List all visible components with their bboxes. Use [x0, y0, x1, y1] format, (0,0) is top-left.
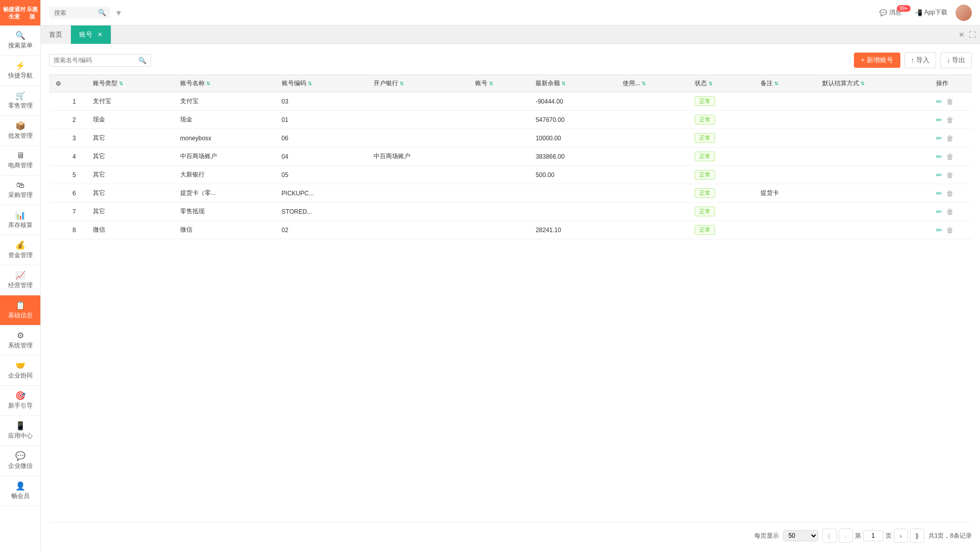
export-button[interactable]: ↓ 导出 — [940, 52, 972, 68]
prev-page-button[interactable]: ‹ — [839, 529, 853, 543]
sidebar-item-quick-nav[interactable]: ⚡ 快捷导航 — [0, 56, 40, 86]
tab-account-close[interactable]: ✕ — [97, 31, 103, 38]
row-latest-balance: 500.00 — [530, 166, 618, 184]
sidebar-item-purchase-mgmt[interactable]: 🛍 采购管理 — [0, 176, 40, 205]
row-open-bank — [369, 203, 470, 221]
edit-icon[interactable]: ✏ — [936, 171, 942, 179]
message-button[interactable]: 💬 消息 99+ — [879, 8, 906, 17]
sidebar-item-new-guide[interactable]: 🎯 新手引导 — [0, 386, 40, 416]
message-badge: 99+ — [897, 5, 911, 12]
col-account-name[interactable]: 账号名称⇅ — [175, 75, 277, 92]
row-account-code: 01 — [277, 111, 369, 129]
col-open-bank[interactable]: 开户银行⇅ — [369, 75, 470, 92]
edit-icon[interactable]: ✏ — [936, 116, 942, 124]
row-status: 正常 — [690, 184, 756, 203]
page-label: 第 — [855, 532, 861, 540]
account-search-input[interactable] — [54, 57, 135, 64]
delete-icon[interactable]: 🗑 — [946, 208, 953, 216]
row-num: 7 — [67, 203, 88, 221]
col-settings[interactable]: ⚙ — [49, 75, 67, 92]
delete-icon[interactable]: 🗑 — [946, 116, 953, 124]
per-page-select[interactable]: 50 20 100 — [783, 530, 818, 541]
page-input[interactable] — [863, 530, 884, 541]
sidebar: 畅捷通对生意 乐惠版 🔍 搜索菜单 ⚡ 快捷导航 🛒 零售管理 📦 批发管理 🖥… — [0, 0, 41, 551]
delete-icon[interactable]: 🗑 — [946, 226, 953, 234]
ecommerce-icon: 🖥 — [16, 151, 24, 160]
topbar-search-box[interactable]: 🔍 — [49, 7, 110, 18]
row-status: 正常 — [690, 147, 756, 166]
sidebar-item-inventory-calc[interactable]: 📊 库存核算 — [0, 205, 40, 235]
account-table: ⚙ 账号类型⇅ 账号名称⇅ 账号编码⇅ 开户银行⇅ — [49, 74, 972, 239]
row-remark — [755, 129, 817, 147]
row-default-settlement — [817, 184, 931, 203]
new-account-button[interactable]: + 新增账号 — [854, 53, 900, 68]
row-account-code: 05 — [277, 166, 369, 184]
inventory-icon: 📊 — [15, 210, 26, 220]
row-settings — [49, 184, 67, 203]
col-account-no[interactable]: 账号⇅ — [470, 75, 531, 92]
table-row: 2 现金 现金 01 547670.00 正常 ✏ 🗑 — [49, 111, 972, 129]
edit-icon[interactable]: ✏ — [936, 189, 942, 197]
edit-icon[interactable]: ✏ — [936, 208, 942, 216]
row-account-type: 其它 — [88, 184, 175, 203]
sidebar-item-app-center[interactable]: 📱 应用中心 — [0, 416, 40, 446]
edit-icon[interactable]: ✏ — [936, 226, 942, 234]
row-account-code: 03 — [277, 92, 369, 111]
quick-nav-icon: ⚡ — [15, 61, 26, 70]
sidebar-item-capital-mgmt[interactable]: 💰 资金管理 — [0, 235, 40, 265]
col-status[interactable]: 状态⇅ — [690, 75, 756, 92]
edit-icon[interactable]: ✏ — [936, 153, 942, 161]
topbar-search-input[interactable] — [54, 9, 95, 16]
row-default-settlement — [817, 92, 931, 111]
last-page-button[interactable]: ⟫ — [910, 529, 924, 543]
col-account-type[interactable]: 账号类型⇅ — [88, 75, 175, 92]
edit-icon[interactable]: ✏ — [936, 97, 942, 106]
sidebar-item-wholesale-mgmt[interactable]: 📦 批发管理 — [0, 116, 40, 146]
delete-icon[interactable]: 🗑 — [946, 153, 953, 161]
col-latest-balance[interactable]: 最新余额⇅ — [530, 75, 618, 92]
row-use-status — [618, 166, 690, 184]
tab-close-icon[interactable]: ✕ — [959, 31, 965, 39]
sidebar-item-basic-info[interactable]: 📋 基础信息 — [0, 295, 40, 325]
first-page-button[interactable]: ⟪ — [822, 529, 837, 543]
sidebar-item-ecommerce-mgmt[interactable]: 🖥 电商管理 — [0, 146, 40, 176]
account-search-box[interactable]: 🔍 — [49, 54, 151, 67]
delete-icon[interactable]: 🗑 — [946, 134, 953, 142]
app-download-button[interactable]: 📲 App下载 — [915, 8, 947, 17]
row-default-settlement — [817, 129, 931, 147]
user-avatar[interactable] — [955, 5, 972, 21]
sidebar-item-retail-mgmt[interactable]: 🛒 零售管理 — [0, 86, 40, 116]
tab-home[interactable]: 首页 — [41, 26, 71, 44]
sidebar-item-search-menu[interactable]: 🔍 搜索菜单 — [0, 26, 40, 56]
tabbar-actions: ✕ ⛶ — [959, 31, 980, 39]
delete-icon[interactable]: 🗑 — [946, 171, 953, 179]
edit-icon[interactable]: ✏ — [936, 134, 942, 142]
tab-maximize-icon[interactable]: ⛶ — [969, 31, 976, 39]
delete-icon[interactable]: 🗑 — [946, 189, 953, 197]
guide-icon: 🎯 — [15, 391, 26, 400]
row-latest-balance: 547670.00 — [530, 111, 618, 129]
sidebar-item-business-mgmt[interactable]: 📈 经营管理 — [0, 265, 40, 295]
account-search-icon: 🔍 — [138, 57, 146, 64]
sidebar-item-system-mgmt[interactable]: ⚙ 系统管理 — [0, 325, 40, 356]
sidebar-item-enterprise-wechat[interactable]: 💬 企业微信 — [0, 446, 40, 476]
next-page-button[interactable]: › — [894, 529, 908, 543]
tab-account[interactable]: 账号 ✕ — [71, 26, 111, 44]
col-account-code[interactable]: 账号编码⇅ — [277, 75, 369, 92]
delete-icon[interactable]: 🗑 — [946, 97, 953, 106]
col-use-status[interactable]: 使用...⇅ — [618, 75, 690, 92]
sidebar-item-enterprise-agreement[interactable]: 🤝 企业协同 — [0, 356, 40, 386]
col-remark[interactable]: 备注⇅ — [755, 75, 817, 92]
row-remark: 提货卡 — [755, 184, 817, 203]
row-account-type: 支付宝 — [88, 92, 175, 111]
row-account-no — [470, 92, 531, 111]
sidebar-item-member[interactable]: 👤 畅会员 — [0, 476, 40, 506]
import-button[interactable]: ↑ 导入 — [904, 52, 936, 68]
col-default-settlement[interactable]: 默认结算方式⇅ — [817, 75, 931, 92]
app-icon: 📱 — [15, 421, 26, 431]
row-account-no — [470, 129, 531, 147]
row-account-code: PICKUPC... — [277, 184, 369, 203]
row-status: 正常 — [690, 111, 756, 129]
table-row: 1 支付宝 支付宝 03 -90444.00 正常 ✏ 🗑 — [49, 92, 972, 111]
topbar-dropdown-icon[interactable]: ▾ — [116, 7, 121, 18]
